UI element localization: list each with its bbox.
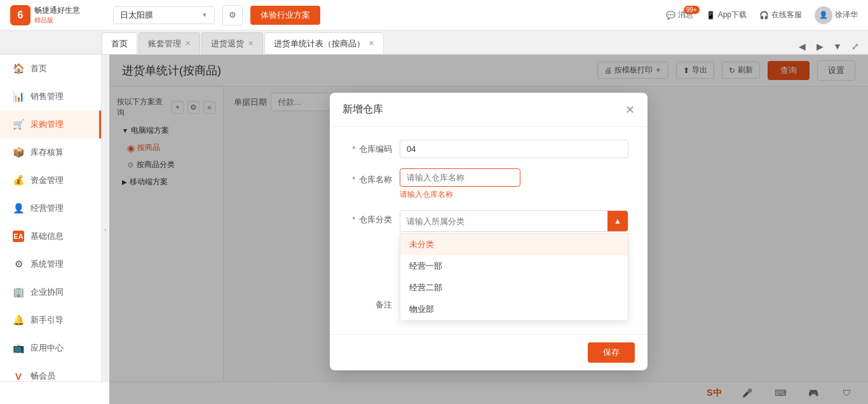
- user-name: 徐泽华: [835, 10, 858, 20]
- sidebar-purchase-label: 采购管理: [31, 119, 64, 130]
- tab-accounts-close[interactable]: ✕: [185, 39, 191, 48]
- warehouse-code-input[interactable]: [400, 140, 628, 158]
- tab-purchase-stats-label: 进货单统计表（按商品）: [274, 38, 365, 50]
- tab-purchase-return-close[interactable]: ✕: [248, 39, 254, 48]
- message-icon: 💬: [666, 11, 675, 20]
- app-download-label: App下载: [718, 10, 747, 20]
- tab-purchase-return[interactable]: 进货退货 ✕: [201, 32, 263, 54]
- warehouse-name-label: * 仓库名称: [349, 170, 400, 185]
- category-wrapper: ▲ 未分类 经营一部 经营二部 物业部: [400, 210, 628, 232]
- sidebar-item-sales[interactable]: 📊 销售管理: [0, 83, 101, 111]
- user-profile-button[interactable]: 👤 徐泽华: [815, 6, 858, 24]
- sidebar-finance-label: 资金管理: [31, 175, 64, 186]
- modal-save-button[interactable]: 保存: [588, 342, 635, 363]
- sales-icon: 📊: [13, 91, 24, 102]
- category-input-row: ▲: [400, 210, 628, 232]
- logo-subtitle: 畅捷通好生意: [34, 5, 80, 16]
- add-warehouse-modal: 新增仓库 ✕ * 仓库编码: [330, 93, 648, 370]
- online-service-button[interactable]: 🎧 在线客服: [759, 10, 802, 20]
- sidebar-basic-label: 基础信息: [31, 231, 64, 242]
- message-badge: 99+: [684, 6, 700, 14]
- app-download-icon: 📱: [706, 11, 715, 20]
- sidebar-item-system[interactable]: ⚙ 系统管理: [0, 250, 101, 278]
- sidebar-item-operation[interactable]: 👤 经营管理: [0, 194, 101, 222]
- modal-backdrop: 新增仓库 ✕ * 仓库编码: [109, 55, 868, 404]
- modal-header: 新增仓库 ✕: [330, 93, 648, 127]
- member-icon: V: [13, 370, 24, 382]
- finance-icon: 💰: [13, 175, 24, 186]
- warehouse-name-error: 请输入仓库名称: [400, 189, 453, 200]
- page-content: 进货单统计(按商品) 🖨 按模板打印 ▼ ⬆ 导出 ↻ 刷新 查询 设置: [109, 55, 868, 404]
- dropdown-item-3[interactable]: 物业部: [400, 299, 628, 320]
- sidebar: 🏠 首页 📊 销售管理 🛒 采购管理 📦 库存核算 💰 资金管理 👤 经营管理 …: [0, 55, 102, 404]
- online-service-label: 在线客服: [771, 10, 802, 20]
- settings-gear-button[interactable]: ⚙: [222, 5, 243, 25]
- modal-body: * 仓库编码 * 仓库名称: [330, 127, 648, 334]
- sidebar-item-apps[interactable]: 📺 应用中心: [0, 334, 101, 362]
- trial-button[interactable]: 体验行业方案: [250, 6, 320, 25]
- tab-expand-button[interactable]: ⤢: [848, 39, 863, 54]
- system-icon: ⚙: [13, 259, 24, 270]
- sidebar-item-basic[interactable]: EA 基础信息: [0, 222, 101, 250]
- sidebar-member-label: 畅会员: [31, 370, 55, 382]
- sidebar-item-finance[interactable]: 💰 资金管理: [0, 166, 101, 194]
- tab-prev-button[interactable]: ◀: [794, 39, 810, 54]
- sidebar-inventory-label: 库存核算: [31, 147, 64, 158]
- sidebar-system-label: 系统管理: [31, 259, 64, 270]
- dropdown-item-1[interactable]: 经营一部: [400, 255, 628, 277]
- sidebar-enterprise-label: 企业协同: [31, 286, 64, 298]
- modal-close-button[interactable]: ✕: [625, 104, 635, 116]
- sidebar-operation-label: 经营管理: [31, 203, 64, 214]
- dropdown-item-0[interactable]: 未分类: [400, 234, 628, 255]
- modal-footer: 保存: [330, 334, 648, 370]
- tab-purchase-return-label: 进货退货: [211, 38, 244, 50]
- sidebar-sales-label: 销售管理: [31, 91, 64, 102]
- warehouse-category-label: * 仓库分类: [349, 210, 400, 226]
- logo-text-area: 畅捷通好生意 精品版: [34, 5, 80, 25]
- sidebar-item-enterprise[interactable]: 🏢 企业协同: [0, 278, 101, 306]
- purchase-icon: 🛒: [13, 119, 24, 130]
- user-avatar: 👤: [815, 6, 832, 24]
- tab-accounts[interactable]: 账套管理 ✕: [139, 32, 200, 54]
- top-header: 6 畅捷通好生意 精品版 日太阳膜 ▼ ⚙ 体验行业方案 💬 消息 99+ 📱 …: [0, 0, 868, 30]
- store-name: 日太阳膜: [120, 10, 153, 21]
- dropdown-item-2[interactable]: 经营二部: [400, 277, 628, 299]
- warehouse-note-label: 备注: [349, 295, 400, 311]
- headset-icon: 🎧: [759, 11, 769, 20]
- tab-purchase-stats-close[interactable]: ✕: [369, 39, 374, 48]
- sidebar-collapse-handle[interactable]: ‹: [102, 55, 109, 404]
- sidebar-guide-label: 新手引导: [31, 314, 64, 326]
- sidebar-item-purchase[interactable]: 🛒 采购管理: [0, 111, 101, 138]
- category-dropdown: 未分类 经营一部 经营二部 物业部: [400, 233, 628, 321]
- tab-bar: 首页 账套管理 ✕ 进货退货 ✕ 进货单统计表（按商品） ✕ ◀ ▶ ▼ ⤢: [0, 30, 868, 55]
- header-right: 💬 消息 99+ 📱 App下载 🎧 在线客服 👤 徐泽华: [666, 6, 858, 24]
- app-logo-icon: 6: [10, 5, 31, 25]
- sidebar-item-home[interactable]: 🏠 首页: [0, 55, 101, 83]
- dropdown-arrow-icon: ▼: [201, 11, 208, 18]
- tab-menu-button[interactable]: ▼: [830, 39, 845, 54]
- sidebar-item-guide[interactable]: 🔔 新手引导: [0, 306, 101, 334]
- category-input[interactable]: [400, 213, 607, 230]
- warehouse-code-label: * 仓库编码: [349, 140, 400, 155]
- tab-controls: ◀ ▶ ▼ ⤢: [794, 39, 868, 54]
- modal-title: 新增仓库: [342, 103, 383, 116]
- store-selector[interactable]: 日太阳膜 ▼: [113, 6, 215, 24]
- sidebar-apps-label: 应用中心: [31, 342, 64, 354]
- warehouse-category-row: * 仓库分类 ▲ 未分类 经营一部 经: [349, 210, 628, 232]
- category-toggle-button[interactable]: ▲: [607, 211, 628, 231]
- warehouse-code-row: * 仓库编码: [349, 140, 628, 158]
- app-download-button[interactable]: 📱 App下载: [706, 10, 747, 20]
- tab-purchase-stats[interactable]: 进货单统计表（按商品） ✕: [264, 32, 384, 54]
- messages-button[interactable]: 💬 消息 99+: [666, 10, 693, 20]
- tab-accounts-label: 账套管理: [148, 38, 181, 50]
- apps-icon: 📺: [13, 342, 24, 354]
- operation-icon: 👤: [13, 203, 24, 214]
- guide-icon: 🔔: [13, 314, 24, 326]
- warehouse-name-input[interactable]: [400, 168, 520, 187]
- tab-home[interactable]: 首页: [102, 32, 137, 54]
- home-icon: 🏠: [13, 63, 24, 74]
- sidebar-home-label: 首页: [31, 63, 47, 74]
- inventory-icon: 📦: [13, 147, 24, 158]
- tab-next-button[interactable]: ▶: [812, 39, 827, 54]
- sidebar-item-inventory[interactable]: 📦 库存核算: [0, 138, 101, 166]
